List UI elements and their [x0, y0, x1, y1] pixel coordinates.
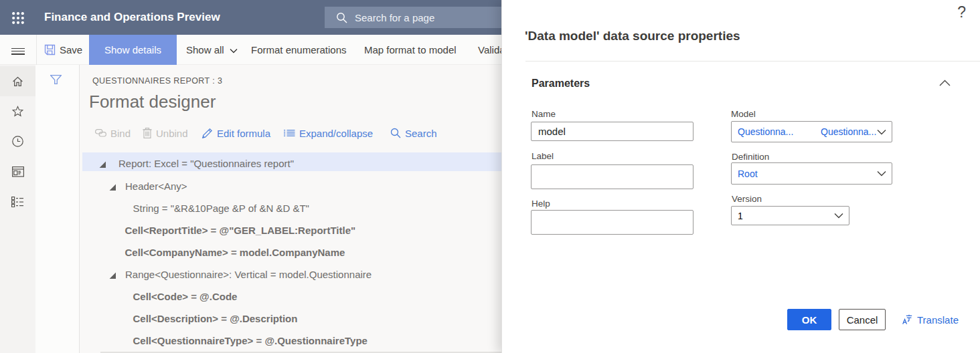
definition-value: Root — [732, 168, 758, 179]
nav-sidebar — [0, 65, 35, 353]
save-button[interactable]: Save — [44, 35, 82, 65]
expanded-triangle-icon[interactable] — [99, 161, 106, 168]
translate-icon — [902, 314, 913, 325]
label-field-label: Label — [532, 151, 554, 161]
toolbar-divider — [36, 35, 37, 65]
show-all-label: Show all — [186, 44, 224, 55]
tree-row-label: Report: Excel = "Questionnaires report" — [118, 158, 294, 169]
save-icon — [44, 44, 56, 55]
ok-button[interactable]: OK — [787, 309, 831, 330]
label-input[interactable] — [531, 164, 693, 189]
translate-button[interactable]: Translate — [902, 309, 959, 330]
clock-icon — [12, 136, 23, 147]
version-value: 1 — [732, 211, 743, 221]
parameters-section-header: Parameters — [532, 78, 590, 90]
expanded-triangle-icon[interactable] — [109, 272, 116, 279]
chevron-down-icon — [834, 213, 843, 219]
model-value-name: Questionna... — [732, 126, 793, 137]
name-field-label: Name — [532, 109, 556, 119]
tree-row-label: Header<Any> — [125, 181, 187, 192]
tree-row-label: Cell<QuestionnaireType> = @.Questionnair… — [133, 335, 368, 346]
model-field-label: Model — [731, 109, 756, 119]
data-source-properties-dialog: ? 'Data model' data source properties Pa… — [501, 0, 980, 353]
sidebar-item-favorites[interactable] — [0, 96, 35, 126]
show-all-menu-button[interactable]: Show all — [186, 35, 238, 65]
format-enumerations-button[interactable]: Format enumerations — [251, 35, 347, 65]
map-format-label: Map format to model — [364, 44, 457, 55]
filter-funnel-icon — [50, 75, 62, 84]
tree-row-label: Cell<CompanyName> = model.CompanyName — [125, 247, 345, 258]
help-icon[interactable]: ? — [957, 3, 966, 21]
sidebar-item-workspaces[interactable] — [0, 156, 35, 187]
chevron-down-icon — [877, 170, 886, 176]
search-placeholder: Search for a page — [355, 12, 434, 23]
filter-button[interactable] — [46, 70, 65, 89]
sidebar-item-recent[interactable] — [0, 126, 35, 156]
cancel-button[interactable]: Cancel — [839, 309, 886, 330]
save-label: Save — [60, 44, 82, 55]
dialog-title: 'Data model' data source properties — [525, 29, 740, 43]
chevron-down-icon — [230, 48, 238, 53]
waffle-menu-icon[interactable] — [11, 11, 25, 25]
show-details-button[interactable]: Show details — [89, 35, 177, 65]
chevron-down-icon — [877, 129, 886, 135]
version-dropdown[interactable]: 1 — [731, 206, 849, 225]
tree-row-label: String = "&R&10Page &P of &N &D &T" — [133, 203, 309, 214]
definition-dropdown[interactable]: Root — [731, 162, 892, 185]
home-icon — [12, 76, 23, 87]
tree-row-label: Cell<Description> = @.Description — [133, 313, 298, 324]
model-value-description: Questionna... — [815, 126, 876, 137]
hamburger-menu-icon[interactable] — [11, 48, 25, 57]
tree-row-label: Range<Questionnaire>: Vertical = model.Q… — [125, 269, 372, 280]
dialog-divider — [525, 61, 980, 62]
definition-field-label: Definition — [732, 152, 769, 162]
tree-row-label: Cell<Code> = @.Code — [133, 291, 238, 302]
expanded-triangle-icon[interactable] — [109, 184, 116, 191]
model-dropdown[interactable]: Questionna... Questionna... — [731, 121, 892, 142]
sidebar-item-modules[interactable] — [0, 187, 35, 217]
map-format-to-model-button[interactable]: Map format to model — [364, 35, 457, 65]
star-icon — [12, 106, 23, 117]
version-field-label: Version — [732, 194, 762, 204]
show-details-label: Show details — [104, 44, 161, 55]
collapse-section-chevron-icon[interactable] — [939, 80, 951, 86]
name-input[interactable] — [531, 122, 693, 141]
help-field-label: Help — [532, 199, 550, 209]
translate-label: Translate — [917, 314, 959, 326]
filter-pane — [35, 65, 80, 353]
tree-row-label: Cell<ReportTitle> = @"GER_LABEL:ReportTi… — [125, 225, 356, 236]
format-enumerations-label: Format enumerations — [251, 44, 347, 55]
news-icon — [12, 166, 24, 177]
sidebar-item-home[interactable] — [0, 66, 35, 96]
app-root: Finance and Operations Preview Search fo… — [0, 0, 980, 353]
modules-icon — [11, 197, 24, 207]
search-icon — [336, 12, 347, 23]
app-title: Finance and Operations Preview — [44, 0, 220, 35]
help-input[interactable] — [531, 210, 693, 235]
